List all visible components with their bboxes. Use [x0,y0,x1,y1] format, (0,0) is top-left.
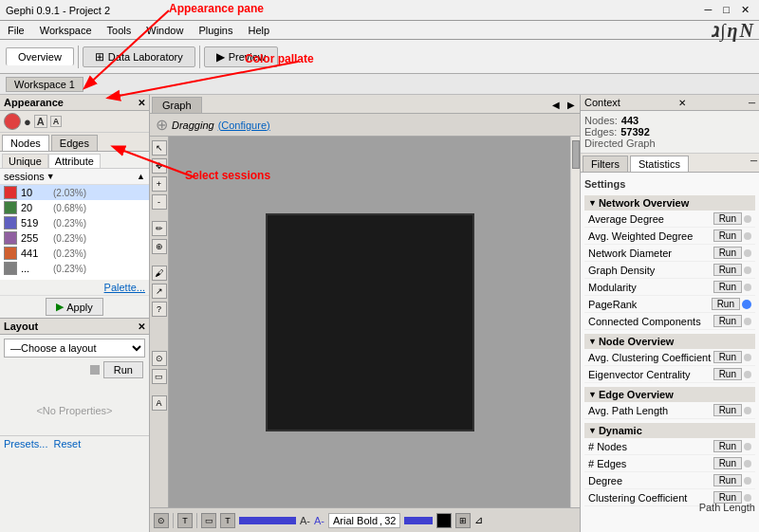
sessions-dropdown[interactable]: sessions ▼ [4,171,55,182]
context-close-btn[interactable]: ✕ [678,98,686,108]
close-btn[interactable]: ✕ [737,4,753,16]
menu-window[interactable]: Window [142,24,187,37]
color-pct-0: (2.03%) [53,188,86,198]
appearance-close-btn[interactable]: ✕ [138,98,145,108]
status-node-icon[interactable]: ⊙ [154,513,169,528]
color-picker[interactable] [436,513,452,528]
layout-close-btn[interactable]: ✕ [138,321,145,332]
dynamic-edges-run[interactable]: Run [713,457,742,469]
network-overview-header: ▼ Network Overview [584,195,755,211]
network-diameter-dot [744,249,751,257]
network-overview-section: ▼ Network Overview Average Degree Run Av… [584,195,755,330]
tool-text[interactable]: A [152,395,167,411]
menu-plugins[interactable]: Plugins [194,24,236,37]
palette-link[interactable]: Palette... [104,282,145,293]
graph-density-run[interactable]: Run [713,264,742,276]
expand-network-icon: ▼ [588,198,597,208]
graph-scroll[interactable] [570,137,580,507]
reset-link[interactable]: Reset [53,438,81,449]
tool-drag[interactable]: ⊕ [152,239,167,254]
data-laboratory-tab[interactable]: ⊞ Data Laboratory [83,46,195,67]
tool-unknown[interactable]: ? [152,302,167,317]
statistics-tab[interactable]: Statistics [630,156,689,172]
nodes-tab[interactable]: Nodes [2,135,49,151]
run-button[interactable]: Run [103,361,143,378]
tool-zoom-in[interactable]: + [152,176,167,192]
edge-overview-header: ▼ Edge Overview [584,387,755,402]
unique-tab[interactable]: Unique [2,154,48,168]
avg-weighted-run[interactable]: Run [713,229,742,242]
filters-tab[interactable]: Filters [583,156,628,172]
node-size-icon[interactable]: ● [24,115,31,129]
tool-link[interactable]: ⊙ [152,351,167,366]
avg-path-length-run[interactable]: Run [713,404,742,416]
attribute-tab[interactable]: Attribute [48,154,101,168]
dynamic-edges-dot [744,460,751,468]
status-text-icon[interactable]: T [177,513,193,528]
network-overview-title: Network Overview [599,197,689,209]
minimize-btn[interactable]: ─ [701,4,716,16]
menu-tools[interactable]: Tools [103,24,136,37]
stats-minimize-btn[interactable]: ─ [750,156,757,172]
color-row-5[interactable]: ... (0.23%) [0,261,149,276]
connected-components-label: Connected Components [588,316,701,327]
graph-nav-left[interactable]: ◀ [549,100,563,110]
edges-tab[interactable]: Edges [51,135,98,151]
configure-link[interactable]: (Configure) [218,119,270,131]
tool-paint[interactable]: 🖌 [152,266,167,281]
preview-tab[interactable]: ▶ Preview [204,46,278,67]
connected-components-run[interactable]: Run [713,315,742,327]
color-value-5: ... [21,263,49,274]
tool-move[interactable]: ✥ [152,158,167,174]
color-row-2[interactable]: 519 (0.23%) [0,215,149,230]
tool-zoom-out[interactable]: - [152,194,167,210]
menu-file[interactable]: File [4,24,28,37]
status-extra-icon[interactable]: ⊞ [455,513,471,528]
presets-link[interactable]: Presets... [4,438,47,449]
font-display: Arial Bold, 32 [328,513,400,528]
graph-nav-right[interactable]: ▶ [565,100,578,110]
avg-clustering-run[interactable]: Run [713,351,742,363]
menu-help[interactable]: Help [244,24,273,37]
node-overview-section: ▼ Node Overview Avg. Clustering Coeffici… [584,334,755,383]
node-label-color-icon[interactable]: A [34,115,47,128]
workspace-tab[interactable]: Workspace 1 [6,77,83,92]
network-diameter-run[interactable]: Run [713,247,742,259]
apply-button[interactable]: ▶ Apply [46,298,103,316]
graph-tab[interactable]: Graph [152,97,202,113]
avg-weighted-dot [744,232,751,240]
node-label-size-icon[interactable]: A [50,116,63,127]
context-minimize-btn[interactable]: ─ [749,98,755,108]
tool-rect[interactable]: ▭ [152,369,167,384]
edges-value: 57392 [620,126,650,138]
connected-components-dot [744,318,751,325]
title-bar: Gephi 0.9.1 - Project 2 ─ □ ✕ [0,0,759,21]
modularity-run[interactable]: Run [713,281,742,293]
tool-pencil[interactable]: ✏ [152,221,167,236]
layout-panel-header: Layout ✕ [0,319,149,335]
color-row-0[interactable]: 10 (2.03%) [0,185,149,200]
scroll-up-icon[interactable]: ▲ [137,172,145,181]
color-row-1[interactable]: 20 (0.68%) [0,200,149,215]
tool-path[interactable]: ↗ [152,284,167,299]
stats-avg-clustering: Avg. Clustering Coefficient Run [584,349,755,366]
maximize-btn[interactable]: □ [719,4,733,16]
dynamic-degree-run[interactable]: Run [713,474,742,486]
avg-degree-run[interactable]: Run [713,212,742,225]
color-row-3[interactable]: 255 (0.23%) [0,230,149,246]
layout-body: —Choose a layout Run [0,335,149,386]
overview-tab[interactable]: Overview [6,47,74,65]
layout-select[interactable]: —Choose a layout [4,339,145,358]
app-title: Gephi 0.9.1 - Project 2 [6,5,110,16]
eigenvector-run[interactable]: Run [713,368,742,380]
menu-workspace[interactable]: Workspace [36,24,96,37]
tool-select[interactable]: ↖ [152,140,167,156]
status-select-icon[interactable]: ▭ [201,513,216,528]
status-text2-icon[interactable]: T [220,513,235,528]
pagerank-run[interactable]: Run [712,298,740,310]
dynamic-nodes-run[interactable]: Run [713,440,742,452]
node-color-icon[interactable] [4,113,21,130]
graph-canvas[interactable] [169,137,570,507]
avg-clustering-dot [744,354,751,361]
color-row-4[interactable]: 441 (0.23%) [0,246,149,261]
